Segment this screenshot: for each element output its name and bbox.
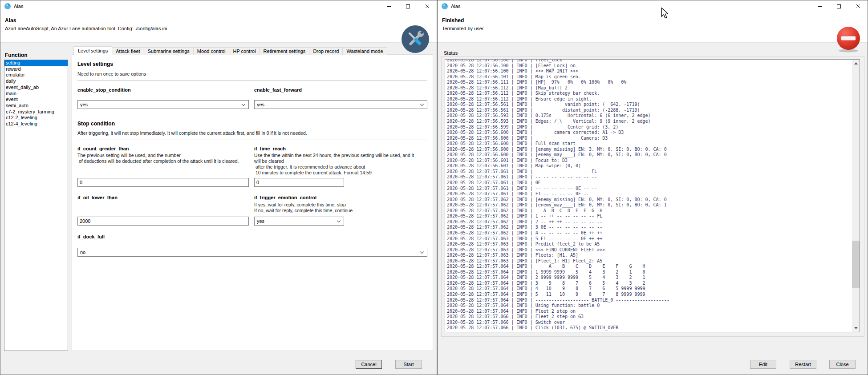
log-line: 2020-05-28 12:07:56.593 | INFO | Edges: … bbox=[447, 119, 851, 125]
log-line: 2020-05-28 12:07:57.066 | INFO | Switch … bbox=[447, 320, 851, 326]
maximize-button[interactable] bbox=[829, 0, 848, 12]
log-line: 2020-05-28 12:07:57.061 | INFO | F1 -- -… bbox=[447, 191, 851, 197]
function-item-main[interactable]: main bbox=[4, 91, 68, 97]
if-oil-lower-than-input[interactable] bbox=[77, 217, 249, 226]
tab-bar: Level settingsAttack fleetSubmarine sett… bbox=[73, 46, 387, 55]
divider bbox=[77, 81, 427, 81]
log-scrollbar[interactable] bbox=[852, 60, 860, 332]
desc-if-trigger-emotion-control: If yes, wait for reply, complete this ti… bbox=[254, 202, 353, 214]
if-trigger-emotion-control-select[interactable]: yes bbox=[254, 217, 344, 226]
if-dock-full-select[interactable]: no bbox=[77, 248, 427, 257]
function-item-reward[interactable]: reward bbox=[4, 66, 68, 73]
log-textarea[interactable]: 2020-05-28 12:07:56.100 | INFO | fleet_l… bbox=[445, 59, 860, 332]
log-line: 2020-05-28 12:07:57.061 | INFO | -- -- -… bbox=[447, 186, 851, 192]
maximize-button[interactable] bbox=[398, 0, 418, 12]
start-button[interactable]: Start bbox=[395, 360, 422, 369]
scroll-up-button[interactable] bbox=[852, 60, 860, 67]
if-time-reach-input[interactable] bbox=[254, 178, 344, 187]
tab-hp-control[interactable]: HP control bbox=[229, 47, 260, 55]
status-header: Finished Terminated by user bbox=[438, 12, 868, 43]
label-if-oil-lower-than: if_oil_lower_than bbox=[77, 195, 118, 200]
tab-wasteland-mode[interactable]: Wasteland mode bbox=[342, 47, 387, 55]
log-line: 2020-05-28 12:07:57.066 | INFO | Fleet_2… bbox=[447, 314, 851, 320]
function-item-setting[interactable]: setting bbox=[4, 60, 68, 66]
log-line: 2020-05-28 12:07:57.064 | INFO | A B C D… bbox=[447, 264, 851, 270]
minimize-button[interactable] bbox=[379, 0, 398, 12]
chevron-down-icon bbox=[337, 218, 341, 222]
log-line: 2020-05-28 12:07:57.064 | INFO | 2 9999 … bbox=[447, 275, 851, 281]
scrollbar-thumb[interactable] bbox=[852, 241, 860, 288]
log-line: 2020-05-28 12:07:57.064 | INFO | -------… bbox=[447, 298, 851, 303]
function-item-daily[interactable]: daily bbox=[4, 78, 68, 85]
label-if-count-greater-than: if_count_greater_than bbox=[77, 146, 129, 151]
divider bbox=[77, 140, 427, 140]
log-line: 2020-05-28 12:07:57.064 | INFO | 1 9999 … bbox=[447, 270, 851, 275]
level-settings-panel: Level settings Need to run once to save … bbox=[72, 54, 433, 351]
enable-stop-condition-select[interactable]: yes bbox=[77, 100, 249, 109]
tab-submarine-settings[interactable]: Submarine settings bbox=[144, 47, 194, 55]
arrow-down-icon bbox=[854, 327, 858, 329]
page-title: Alas bbox=[5, 17, 16, 24]
minimize-icon bbox=[818, 6, 822, 7]
tab-attack-fleet[interactable]: Attack fleet bbox=[112, 47, 144, 55]
restart-button[interactable]: Restart bbox=[790, 360, 816, 369]
tab-drop-record[interactable]: Drop record bbox=[309, 47, 343, 55]
function-item-c7-2_mystery_farming[interactable]: c7-2_mystery_farming bbox=[4, 109, 68, 115]
close-window-button[interactable]: Close bbox=[829, 360, 856, 369]
desc-if-count-greater-than: The previous setting will be used, and t… bbox=[77, 153, 239, 164]
tab-mood-control[interactable]: Mood control bbox=[193, 47, 230, 55]
close-button[interactable] bbox=[848, 0, 868, 12]
log-line: 2020-05-28 12:07:56.111 | INFO | [HP] 97… bbox=[447, 80, 851, 85]
log-line: 2020-05-28 12:07:57.063 | INFO | [Fleet_… bbox=[447, 258, 851, 264]
function-item-emulator[interactable]: emulator bbox=[4, 72, 68, 78]
minimize-icon bbox=[387, 6, 391, 7]
scroll-down-button[interactable] bbox=[852, 324, 860, 332]
log-line: 2020-05-28 12:07:56.561 | INFO | distant… bbox=[447, 108, 851, 113]
log-line: 2020-05-28 12:07:56.101 | INFO | Map is … bbox=[447, 74, 851, 80]
window-title: Alas bbox=[14, 4, 23, 9]
log-line: 2020-05-28 12:07:56.100 | INFO | [Fleet_… bbox=[447, 63, 851, 69]
window-controls bbox=[810, 0, 868, 12]
section-note-stop-condition: After triggering, it will not stop immed… bbox=[77, 130, 307, 136]
log-line: 2020-05-28 12:07:56.100 | INFO | fleet_l… bbox=[447, 59, 851, 63]
log-line: 2020-05-28 12:07:57.064 | INFO | 3 9 8 7… bbox=[447, 281, 851, 286]
enable-stop-condition-value: yes bbox=[80, 102, 242, 107]
log-line: 2020-05-28 12:07:57.064 | INFO | Fleet 2… bbox=[447, 309, 851, 315]
cancel-button[interactable]: Cancel bbox=[356, 360, 382, 369]
log-line: 2020-05-28 12:07:57.063 | INFO | Fleets:… bbox=[447, 253, 851, 258]
log-line: 2020-05-28 12:07:56.600 | INFO | Full sc… bbox=[447, 141, 851, 147]
log-line: 2020-05-28 12:07:57.066 | INFO | Click (… bbox=[447, 325, 851, 331]
log-line: 2020-05-28 12:07:57.063 | INFO | <<< FIN… bbox=[447, 247, 851, 253]
if-trigger-emotion-control-value: yes bbox=[257, 218, 337, 224]
label-enable-fast-forward: enable_fast_forward bbox=[254, 87, 302, 93]
log-line: 2020-05-28 12:07:57.061 | INFO | -- -- -… bbox=[447, 169, 851, 175]
minimize-button[interactable] bbox=[810, 0, 829, 12]
function-item-event_daily_ab[interactable]: event_daily_ab bbox=[4, 85, 68, 91]
edit-button[interactable]: Edit bbox=[750, 360, 776, 369]
log-line: 2020-05-28 12:07:57.062 | INFO | A B C D… bbox=[447, 208, 851, 214]
function-item-c12-2_leveling[interactable]: c12-2_leveling bbox=[4, 115, 68, 121]
log-line: 2020-05-28 12:07:56.600 | INFO | [enemy_… bbox=[447, 147, 851, 153]
function-item-event[interactable]: event bbox=[4, 97, 68, 103]
log-line: 2020-05-28 12:07:56.112 | INFO | Skip st… bbox=[447, 91, 851, 97]
function-item-c12-4_leveling[interactable]: c12-4_leveling bbox=[4, 121, 68, 127]
label-enable-stop-condition: enable_stop_condition bbox=[77, 87, 131, 93]
if-count-greater-than-input[interactable] bbox=[77, 178, 249, 187]
tab-retirement-settings[interactable]: Retirement settings bbox=[260, 47, 310, 55]
log-line: 2020-05-28 12:07:57.061 | INFO | -- -- -… bbox=[447, 174, 851, 180]
log-line: 2020-05-28 12:07:57.061 | INFO | 0E -- -… bbox=[447, 180, 851, 186]
function-item-semi_auto[interactable]: semi_auto bbox=[4, 103, 68, 109]
titlebar[interactable]: Alas bbox=[0, 0, 437, 12]
close-icon bbox=[425, 4, 430, 8]
log-line: 2020-05-28 12:07:57.063 | INFO | Predict… bbox=[447, 242, 851, 247]
close-button[interactable] bbox=[418, 0, 437, 12]
titlebar[interactable]: Alas bbox=[438, 0, 868, 12]
log-line: 2020-05-28 12:07:57.062 | INFO | 1 -- ++… bbox=[447, 214, 851, 219]
tools-badge-icon bbox=[402, 25, 429, 55]
function-listbox[interactable]: settingrewardemulatordailyevent_daily_ab… bbox=[4, 60, 68, 351]
section-heading-level-settings: Level settings bbox=[77, 61, 113, 67]
log-line: 2020-05-28 12:07:57.064 | INFO | Using f… bbox=[447, 303, 851, 309]
section-heading-stop-condition: Stop condition bbox=[77, 121, 115, 127]
tab-level-settings[interactable]: Level settings bbox=[73, 46, 112, 55]
enable-fast-forward-select[interactable]: yes bbox=[254, 100, 427, 109]
